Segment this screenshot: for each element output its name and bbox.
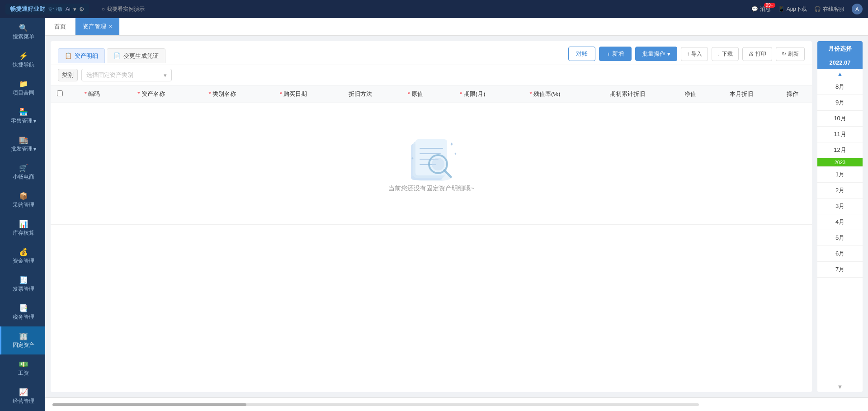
top-bar: 畅捷通好业财 专业版 Ai ▾ ⚙ ○ 我要看实例演示 💬 消息 99+ 📱 A… xyxy=(0,0,868,18)
sidebar-item-ecommerce[interactable]: 🛒 小畅电商 xyxy=(0,158,45,186)
category-placeholder: 选择固定资产类别 xyxy=(86,71,133,79)
main-panel: 📋 资产明细 📄 变更生成凭证 对账 + 新增 xyxy=(51,41,812,392)
demo-link[interactable]: ○ 我要看实例演示 xyxy=(102,5,145,13)
sidebar-item-invoice[interactable]: 🧾 发票管理 xyxy=(0,270,45,298)
sidebar-item-quicknav[interactable]: ⚡ 快捷导航 xyxy=(0,46,45,74)
month-item-3[interactable]: 3月 xyxy=(817,198,863,214)
sidebar-label-finance: 资金管理 xyxy=(5,257,42,265)
sidebar-label-wholesale: 批发管理 ▾ xyxy=(5,145,42,153)
main-toolbar: 对账 + 新增 批量操作 ▾ ↑ 导入 xyxy=(568,47,805,65)
operations-icon: 📈 xyxy=(5,388,42,397)
settings-icon[interactable]: ⚙ xyxy=(79,6,85,13)
page-content: 📋 资产明细 📄 变更生成凭证 对账 + 新增 xyxy=(45,36,868,397)
select-all-checkbox[interactable] xyxy=(57,90,63,96)
table-header-period: 期限(月) xyxy=(439,85,506,103)
category-label: 类别 xyxy=(58,69,78,81)
month-item-10[interactable]: 10月 xyxy=(817,111,863,127)
batch-button[interactable]: 批量操作 ▾ xyxy=(635,47,677,61)
sidebar-label-invoice: 发票管理 xyxy=(5,285,42,293)
sub-tab-change-voucher[interactable]: 📄 变更生成凭证 xyxy=(107,48,165,63)
app-download-button[interactable]: 📱 App下载 xyxy=(778,5,807,13)
sidebar-item-search[interactable]: 🔍 搜索菜单 xyxy=(0,18,45,46)
import-label: 导入 xyxy=(691,50,702,58)
retail-icon: 🏪 xyxy=(5,108,42,116)
ecommerce-icon: 🛒 xyxy=(5,164,42,172)
finance-icon: 💰 xyxy=(5,248,42,256)
table-header-code: 编码 xyxy=(69,85,116,103)
month-item-4[interactable]: 4月 xyxy=(817,214,863,230)
sidebar-label-purchase: 采购管理 xyxy=(5,201,42,209)
refresh-button[interactable]: ↻ 刷新 xyxy=(776,47,805,61)
table-wrap: 编码 资产名称 类别名称 购买日期 折旧方法 原值 期限(月) 残值率(%) 期… xyxy=(51,85,812,392)
page-bottom xyxy=(45,397,868,411)
online-service-label: 在线客服 xyxy=(823,5,844,13)
batch-arrow-icon: ▾ xyxy=(667,51,670,57)
month-item-1[interactable]: 1月 xyxy=(817,167,863,183)
table-header-row: 编码 资产名称 类别名称 购买日期 折旧方法 原值 期限(月) 残值率(%) 期… xyxy=(51,85,812,103)
messages-button[interactable]: 💬 消息 99+ xyxy=(751,5,771,13)
app-download-label: App下载 xyxy=(787,5,807,13)
month-scroll-down[interactable]: ▼ xyxy=(817,382,863,392)
refresh-label: 刷新 xyxy=(788,50,799,58)
category-select-arrow: ▾ xyxy=(164,72,167,79)
sidebar-item-tax[interactable]: 📑 税务管理 xyxy=(0,298,45,326)
online-service-button[interactable]: 🎧 在线客服 xyxy=(814,5,844,13)
month-item-7[interactable]: 7月 xyxy=(817,262,863,278)
sidebar-label-quicknav: 快捷导航 xyxy=(5,61,42,69)
print-button[interactable]: 🖨 打印 xyxy=(742,47,772,61)
sidebar-item-inventory[interactable]: 📊 库存核算 xyxy=(0,214,45,242)
month-scroll-up[interactable]: ▲ xyxy=(817,69,863,79)
month-item-11[interactable]: 11月 xyxy=(817,127,863,142)
sidebar-item-project[interactable]: 📁 项目合同 xyxy=(0,74,45,102)
sidebar-item-operations[interactable]: 📈 经营管理 xyxy=(0,383,45,411)
table-header-asset-name: 资产名称 xyxy=(116,85,187,103)
sidebar-label-tax: 税务管理 xyxy=(5,313,42,321)
headset-icon: 🎧 xyxy=(814,6,821,12)
table-header-original-value: 原值 xyxy=(392,85,439,103)
month-item-5[interactable]: 5月 xyxy=(817,230,863,246)
project-icon: 📁 xyxy=(5,80,42,88)
add-label: 新增 xyxy=(612,50,624,58)
app-icon: 📱 xyxy=(778,6,785,12)
empty-text: 当前您还没有固定资产明细哦~ xyxy=(388,184,474,193)
tab-assets[interactable]: 资产管理 × xyxy=(75,18,119,35)
table-header-category-name: 类别名称 xyxy=(187,85,258,103)
demo-text: 我要看实例演示 xyxy=(107,5,145,13)
sub-tab-asset-detail[interactable]: 📋 资产明细 xyxy=(58,48,105,63)
sidebar-item-finance[interactable]: 💰 资金管理 xyxy=(0,242,45,270)
month-item-9[interactable]: 9月 xyxy=(817,95,863,111)
table-header-net-value: 净值 xyxy=(671,85,710,103)
assets-icon: 🏢 xyxy=(5,332,42,340)
month-panel: 月份选择 2022.07 ▲ 8月 9月 10月 11月 12月 2023 1月… xyxy=(817,41,863,392)
sidebar-item-assets[interactable]: 🏢 固定资产 xyxy=(0,326,45,354)
month-item-8[interactable]: 8月 xyxy=(817,79,863,95)
sidebar-item-purchase[interactable]: 📦 采购管理 xyxy=(0,186,45,214)
import-button[interactable]: ↑ 导入 xyxy=(681,47,708,61)
sidebar: 🔍 搜索菜单 ⚡ 快捷导航 📁 项目合同 🏪 零售管理 ▾ 🏬 批发管理 ▾ xyxy=(0,18,45,411)
reconcile-button[interactable]: 对账 xyxy=(568,47,595,61)
month-item-2[interactable]: 2月 xyxy=(817,183,863,198)
horizontal-scrollbar[interactable] xyxy=(52,403,699,406)
month-item-6[interactable]: 6月 xyxy=(817,246,863,262)
month-item-12[interactable]: 12月 xyxy=(817,142,863,158)
category-select[interactable]: 选择固定资产类别 ▾ xyxy=(81,69,172,81)
sub-tab-asset-detail-label: 资产明细 xyxy=(75,52,98,60)
sidebar-label-salary: 工资 xyxy=(5,369,42,377)
svg-text:✦: ✦ xyxy=(454,152,457,156)
tab-close-icon[interactable]: × xyxy=(109,24,112,30)
sidebar-item-retail[interactable]: 🏪 零售管理 ▾ xyxy=(0,102,45,130)
month-list: 8月 9月 10月 11月 12月 2023 1月 2月 3月 4月 5月 6月… xyxy=(817,79,863,382)
sidebar-label-ecommerce: 小畅电商 xyxy=(5,173,42,181)
download-label: 下载 xyxy=(722,50,733,58)
message-icon: 💬 xyxy=(751,6,758,12)
sidebar-item-wholesale[interactable]: 🏬 批发管理 ▾ xyxy=(0,130,45,158)
main-layout: 🔍 搜索菜单 ⚡ 快捷导航 📁 项目合同 🏪 零售管理 ▾ 🏬 批发管理 ▾ xyxy=(0,18,868,411)
add-button[interactable]: + 新增 xyxy=(599,47,632,61)
sidebar-item-salary[interactable]: 💵 工资 xyxy=(0,354,45,383)
avatar[interactable]: A xyxy=(852,4,863,14)
year-display-row: 2022.07 xyxy=(817,57,863,69)
sidebar-label-assets: 固定资产 xyxy=(5,341,42,349)
download-button[interactable]: ↓ 下载 xyxy=(712,47,739,61)
dropdown-icon[interactable]: ▾ xyxy=(73,6,76,13)
tab-home[interactable]: 首页 xyxy=(45,18,75,35)
